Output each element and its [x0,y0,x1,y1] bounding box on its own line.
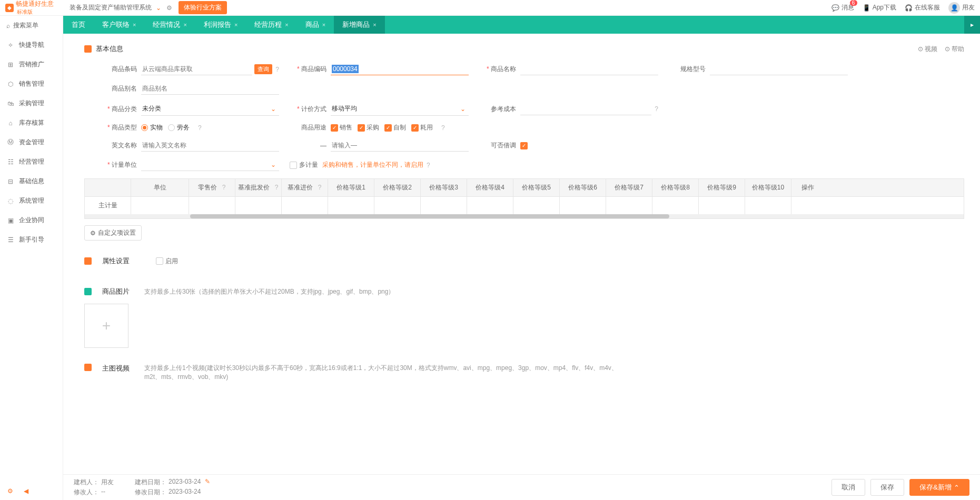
table-cell[interactable] [745,197,791,214]
close-icon[interactable]: × [234,22,237,28]
sidebar-item[interactable]: ⌂库存核算 [0,113,63,133]
section-icon [84,45,92,53]
save-new-button[interactable]: 保存&新增 ⌃ [909,479,969,496]
help-icon[interactable]: ? [198,124,202,132]
table-cell[interactable] [131,197,189,214]
table-cell[interactable] [282,197,328,214]
sidebar-icon: ☷ [6,158,15,166]
price-table: 单位零售价 ?基准批发价 ?基准进价 ?价格等级1价格等级2价格等级3价格等级4… [84,178,964,219]
help-icon[interactable]: ? [441,124,445,132]
cancel-button[interactable]: 取消 [831,479,865,496]
attr-enable-checkbox[interactable]: 启用 [156,257,178,266]
tab[interactable]: 客户联络× [94,16,144,34]
close-icon[interactable]: × [183,22,186,28]
table-cell[interactable] [328,197,374,214]
tabs-more-icon[interactable]: ▸ [964,16,980,34]
video-help-link[interactable]: ⊙ 视频 [918,45,937,54]
help-icon[interactable]: ? [275,66,279,73]
table-cell[interactable] [374,197,421,214]
usage-checkbox[interactable]: ✓ [331,124,338,132]
unit-label: 计量单位 [100,161,137,169]
tab[interactable]: 经营情况× [144,16,195,34]
image-upload-button[interactable]: + [84,304,128,348]
refcost-input[interactable] [520,103,651,115]
help-icon[interactable]: ? [318,184,322,191]
app-download-button[interactable]: 📱 App下载 [863,3,896,12]
sidebar-item[interactable]: 🛍采购管理 [0,94,63,113]
category-select[interactable]: 未分类 ⌄ [141,102,279,116]
table-cell[interactable] [652,197,699,214]
search-menu[interactable]: ⌕ 搜索菜单 [0,16,63,35]
type-radio-physical[interactable]: 实物 [141,123,163,132]
query-button[interactable]: 查询 [254,64,272,74]
borrow-checkbox[interactable]: ✓ [520,142,528,149]
mobile-icon: 📱 [863,4,870,12]
custom-fields-button[interactable]: ⚙ 自定义项设置 [84,225,142,241]
search-icon: ⌕ [6,22,10,29]
message-button[interactable]: 💬 消息 6 [831,3,854,12]
help-icon[interactable]: ? [655,105,658,113]
help-icon[interactable]: ? [427,162,430,169]
table-cell[interactable] [513,197,560,214]
tab[interactable]: 经营历程× [246,16,296,34]
table-cell[interactable] [421,197,467,214]
footer: 建档人：用友 修改人：-- 建档日期：2023-03-24✎ 修改日期：2023… [63,474,980,500]
close-icon[interactable]: × [322,22,325,28]
code-input[interactable]: 0000034 [331,63,469,75]
sidebar-item[interactable]: ✧快捷导航 [0,35,63,55]
sidebar-icon: ⊟ [6,178,15,185]
close-icon[interactable]: × [133,22,136,28]
spec-input[interactable] [710,63,848,75]
edition-tag: 标准版 [17,8,54,16]
sidebar-item[interactable]: Ⓜ资金管理 [0,133,63,152]
sidebar-item[interactable]: ▣企业协同 [0,211,63,230]
close-icon[interactable]: × [285,22,288,28]
user-menu[interactable]: 👤 用友 [948,2,975,14]
type-radio-service[interactable]: 劳务 [168,123,190,132]
save-button[interactable]: 保存 [870,479,904,496]
system-selector[interactable]: 装备及固定资产辅助管理系统 ⌄ [70,3,161,12]
sidebar-gear-icon[interactable]: ⚙ [7,487,13,495]
name-input[interactable] [520,63,658,75]
sidebar-item[interactable]: ◌系统管理 [0,191,63,211]
experience-button[interactable]: 体验行业方案 [179,1,227,14]
system-name: 装备及固定资产辅助管理系统 [70,3,152,12]
help-link[interactable]: ⊙ 帮助 [945,45,964,54]
table-cell[interactable] [606,197,652,214]
close-icon[interactable]: × [373,22,376,28]
dash-input[interactable] [331,139,469,152]
sidebar-item[interactable]: ⊟基础信息 [0,172,63,191]
multi-unit-checkbox[interactable] [290,162,297,169]
table-cell[interactable] [699,197,745,214]
help-icon[interactable]: ? [275,184,279,191]
edit-icon[interactable]: ✎ [205,478,210,487]
en-input[interactable] [141,139,279,152]
sidebar-item[interactable]: ⬡销售管理 [0,74,63,94]
tab[interactable]: 新增商品× [334,16,384,34]
usage-checkbox[interactable]: ✓ [384,124,392,132]
table-cell[interactable] [791,197,824,214]
barcode-input[interactable] [141,63,252,75]
sidebar-item[interactable]: ⊞营销推广 [0,55,63,74]
usage-checkbox[interactable]: ✓ [358,124,365,132]
online-service-button[interactable]: 🎧 在线客服 [905,3,940,12]
pricing-select[interactable]: 移动平均 ⌄ [331,102,469,116]
sidebar-item[interactable]: ☰新手引导 [0,230,63,249]
sidebar-collapse-icon[interactable]: ◀ [24,487,28,495]
gear-icon[interactable]: ⚙ [166,4,172,12]
table-cell[interactable] [560,197,606,214]
table-cell[interactable] [467,197,513,214]
alias-input[interactable] [141,83,279,95]
chevron-down-icon: ⌄ [271,105,278,113]
section-icon [84,288,92,295]
usage-checkbox[interactable]: ✓ [411,124,419,132]
tab[interactable]: 利润报告× [195,16,246,34]
table-cell[interactable] [235,197,282,214]
table-scrollbar[interactable] [85,214,964,218]
tab[interactable]: 首页 [63,16,94,34]
tab[interactable]: 商品× [297,16,334,34]
table-cell[interactable] [189,197,235,214]
unit-select[interactable]: ⌄ [141,159,279,171]
sidebar-item[interactable]: ☷经营管理 [0,152,63,172]
help-icon[interactable]: ? [222,184,226,191]
